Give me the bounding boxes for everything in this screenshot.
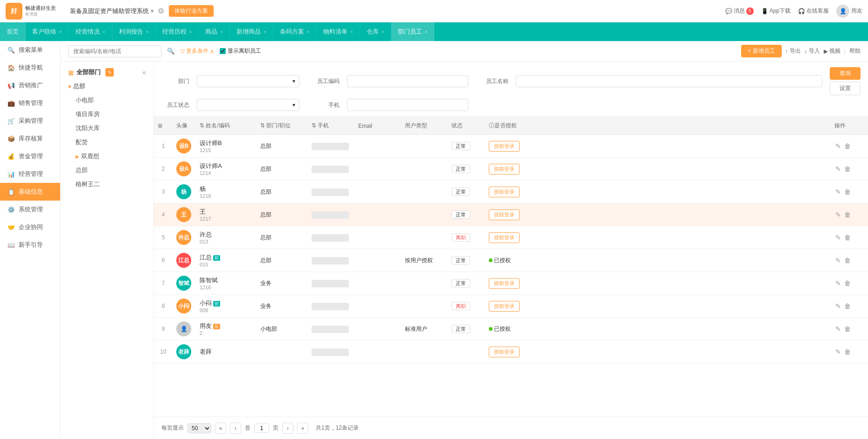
dropdown-arrow[interactable]: ▾: [151, 7, 154, 14]
tree-item-plant[interactable]: 植树王二: [64, 177, 150, 191]
sidebar-item-search[interactable]: 🔍 搜索菜单: [0, 41, 60, 59]
tab-history[interactable]: 经营历程 ×: [156, 22, 199, 41]
auth-login-btn[interactable]: 授权登录: [489, 164, 520, 174]
sidebar-item-management[interactable]: 📊 经营管理: [0, 165, 60, 183]
tree-item-general[interactable]: ▾ 总部: [64, 79, 150, 93]
message-btn[interactable]: 💬 消息 5: [725, 7, 754, 15]
edit-btn[interactable]: ✎: [834, 164, 842, 174]
sidebar-item-finance[interactable]: 💰 资金管理: [0, 147, 60, 165]
tree-item-delivery[interactable]: 配货: [64, 135, 150, 149]
th-name-code[interactable]: ⇅ 姓名/编码: [196, 117, 257, 135]
resigned-checkbox[interactable]: [220, 48, 226, 54]
tab-employees[interactable]: 部门员工 ×: [391, 22, 435, 41]
edit-dept-btn[interactable]: ✎: [105, 68, 114, 77]
td-user-type: 标准用户: [401, 318, 448, 341]
emp-code-input[interactable]: [347, 75, 468, 87]
edit-btn[interactable]: ✎: [834, 324, 842, 334]
collapse-tree-btn[interactable]: «: [142, 69, 146, 76]
th-avatar: 头像: [173, 117, 196, 135]
tab-goods[interactable]: 商品 ×: [199, 22, 230, 41]
avatar: 👤: [176, 321, 191, 336]
sidebar-item-sales[interactable]: 💼 销售管理: [0, 94, 60, 112]
edit-btn[interactable]: ✎: [834, 233, 842, 242]
app-download-btn[interactable]: 📱 App下载: [761, 7, 791, 15]
th-phone[interactable]: ⇅ 手机: [308, 117, 354, 135]
edit-btn[interactable]: ✎: [834, 301, 842, 311]
auth-login-btn[interactable]: 授权登录: [489, 347, 520, 357]
delete-btn[interactable]: 🗑: [843, 164, 852, 174]
tab-profit[interactable]: 利润报告 ×: [112, 22, 156, 41]
import-btn[interactable]: ↓ 导入: [805, 47, 820, 55]
edit-btn[interactable]: ✎: [834, 210, 842, 219]
edit-btn[interactable]: ✎: [834, 141, 842, 151]
search-input[interactable]: [68, 45, 161, 57]
add-employee-btn[interactable]: + 新增员工: [741, 45, 781, 57]
delete-btn[interactable]: 🗑: [843, 256, 852, 265]
tab-barcode[interactable]: 条码方案 ×: [273, 22, 317, 41]
online-service-btn[interactable]: 🎧 在线客服: [798, 7, 829, 15]
view-btn[interactable]: ▶ 视频: [824, 47, 840, 55]
tab-customer[interactable]: 客户联络 ×: [26, 22, 69, 41]
help-btn[interactable]: 帮助: [849, 47, 861, 55]
edit-btn[interactable]: ✎: [834, 279, 842, 288]
edit-btn[interactable]: ✎: [834, 256, 842, 265]
search-filter-btn[interactable]: 查询: [830, 67, 861, 80]
tab-warehouse[interactable]: 仓库 ×: [360, 22, 391, 41]
next-page-btn[interactable]: ›: [282, 423, 293, 434]
setting-btn[interactable]: 设置: [830, 82, 861, 95]
sidebar-item-info[interactable]: 📋 基础信息: [0, 183, 60, 201]
export-btn[interactable]: ↑ 导出: [785, 47, 801, 55]
sidebar-item-nav[interactable]: 🏠 快捷导航: [0, 59, 60, 77]
auth-login-btn[interactable]: 授权登录: [489, 209, 520, 220]
status-select[interactable]: ▾: [197, 99, 299, 111]
filter-icon: ▽: [181, 48, 185, 55]
delete-btn[interactable]: 🗑: [843, 141, 852, 151]
delete-btn[interactable]: 🗑: [843, 233, 852, 242]
page-input[interactable]: [254, 424, 269, 433]
delete-btn[interactable]: 🗑: [843, 279, 852, 288]
sidebar-item-guide[interactable]: 📖 新手引导: [0, 236, 60, 254]
tab-add-goods[interactable]: 新增商品 ×: [230, 22, 273, 41]
per-page-select[interactable]: 50 20 100: [187, 423, 211, 433]
tab-bom[interactable]: 物料清单 ×: [317, 22, 360, 41]
tree-item-project[interactable]: 项目库房: [64, 107, 150, 121]
sidebar-item-inventory[interactable]: 📦 库存核算: [0, 130, 60, 147]
prev-page-btn[interactable]: ‹: [230, 423, 241, 434]
show-resigned-toggle[interactable]: 显示离职员工: [220, 47, 261, 55]
delete-btn[interactable]: 🗑: [843, 187, 852, 196]
settings-icon[interactable]: ⚙: [158, 7, 164, 15]
auth-login-btn[interactable]: 授权登录: [489, 187, 520, 197]
delete-btn[interactable]: 🗑: [843, 324, 852, 334]
tree-item-shuanglu[interactable]: ▶ 双鹿想: [64, 149, 150, 163]
auth-login-btn[interactable]: 授权登录: [489, 301, 520, 312]
tree-item-hq[interactable]: 总部: [64, 163, 150, 177]
search-button[interactable]: 🔍: [167, 48, 175, 55]
phone-input[interactable]: [347, 99, 468, 111]
edit-btn[interactable]: ✎: [834, 187, 842, 196]
emp-name-input[interactable]: [516, 75, 822, 87]
delete-btn[interactable]: 🗑: [843, 301, 852, 311]
tab-operation[interactable]: 经营情况 ×: [69, 22, 112, 41]
trial-button[interactable]: 体验行业方案: [169, 5, 214, 17]
sidebar-item-marketing[interactable]: 📢 营销推广: [0, 77, 60, 94]
auth-login-btn[interactable]: 授权登录: [489, 278, 520, 289]
first-page-btn[interactable]: «: [215, 423, 226, 434]
delete-btn[interactable]: 🗑: [843, 210, 852, 219]
last-page-btn[interactable]: »: [297, 423, 308, 434]
dept-select[interactable]: ▾: [197, 75, 299, 87]
th-dept-pos[interactable]: ⇅ 部门/职位: [257, 117, 308, 135]
edit-btn[interactable]: ✎: [834, 347, 842, 356]
tab-home[interactable]: 首页: [0, 22, 26, 41]
delete-btn[interactable]: 🗑: [843, 347, 852, 356]
tree-item-small-electric[interactable]: 小电部: [64, 93, 150, 107]
auth-login-btn[interactable]: 授权登录: [489, 141, 520, 152]
user-area[interactable]: 👤 用友: [836, 5, 862, 18]
tree-item-shenyang[interactable]: 沈阳大库: [64, 121, 150, 135]
auth-login-btn[interactable]: 授权登录: [489, 232, 520, 243]
sidebar-item-purchase[interactable]: 🛒 采购管理: [0, 112, 60, 130]
more-filter-btn[interactable]: ▽ 更多条件 ∧: [181, 47, 214, 55]
sidebar-item-system[interactable]: ⚙️ 系统管理: [0, 201, 60, 218]
th-auth[interactable]: ⓘ是否授权: [485, 117, 541, 135]
sidebar-item-cooperation[interactable]: 🤝 企业协同: [0, 218, 60, 236]
th-settings[interactable]: ⚙: [154, 117, 173, 135]
